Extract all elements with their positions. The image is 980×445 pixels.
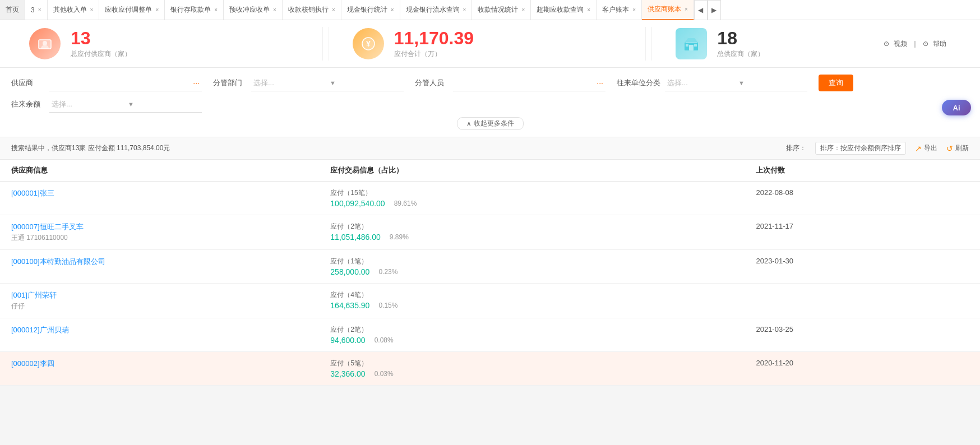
nav-tab-supplier-book-close[interactable]: × xyxy=(685,6,688,12)
store-icon xyxy=(674,27,708,61)
supplier-dots-icon[interactable]: ··· xyxy=(191,78,202,87)
nav-tab-recv-verify-close[interactable]: × xyxy=(332,7,335,13)
supplier-cell: [000001]张三 xyxy=(11,188,330,198)
svg-rect-5 xyxy=(689,45,694,50)
nav-tab-recv-stat[interactable]: 收款情况统计 × xyxy=(472,0,531,20)
transaction-amount[interactable]: 164,635.90 xyxy=(330,301,369,310)
balance-chevron-icon[interactable]: ▼ xyxy=(126,101,202,108)
dept-filter-label: 分管部门 xyxy=(213,78,247,88)
balance-filter-label: 往来余额 xyxy=(11,99,45,109)
top-navigation: 首页 3 × 其他收入单 × 应收应付调整单 × 银行存取款单 × 预收冲应收单… xyxy=(0,0,980,20)
last-payment-cell: 2021-03-25 xyxy=(756,325,969,333)
nav-tab-cash-flow-label: 现金银行流水查询 xyxy=(406,5,460,15)
nav-tab-cash-bank-stat-label: 现金银行统计 xyxy=(347,5,387,15)
transaction-label: 应付（4笔） xyxy=(330,290,756,300)
nav-tab-other-income-label: 其他收入单 xyxy=(53,5,87,15)
supplier-link[interactable]: [000001]张三 xyxy=(11,189,54,197)
unit-class-chevron-icon[interactable]: ▼ xyxy=(736,80,807,86)
dept-chevron-icon[interactable]: ▼ xyxy=(327,80,404,86)
nav-tab-recv-stat-label: 收款情况统计 xyxy=(478,5,518,15)
nav-tab-customer-book-close[interactable]: × xyxy=(632,7,636,13)
supplier-input[interactable] xyxy=(49,78,191,87)
last-payment-cell: 2022-08-08 xyxy=(756,188,969,197)
nav-tab-pre-recv-close[interactable]: × xyxy=(273,7,276,13)
balance-placeholder: 选择... xyxy=(49,99,126,109)
nav-tab-bank-deposit[interactable]: 银行存取款单 × xyxy=(165,0,224,20)
supplier-sub: 仔仔 xyxy=(11,302,330,311)
total-suppliers-label: 总供应商（家） xyxy=(717,49,764,59)
transaction-label: 应付（15笔） xyxy=(330,188,756,198)
last-payment-date: 2020-11-20 xyxy=(756,359,793,367)
nav-tab-cash-bank-stat-close[interactable]: × xyxy=(391,7,394,13)
person-dots-icon[interactable]: ··· xyxy=(594,78,605,87)
nav-tab-customer-book-label: 客户账本 xyxy=(602,5,629,15)
transaction-pct: 0.15% xyxy=(378,302,397,309)
table-row: [000100]本特勤油品有限公司 应付（1笔） 258,000.00 0.23… xyxy=(0,250,980,284)
payable-amount-value: 11,170.39 xyxy=(394,29,474,47)
transaction-pct: 89.61% xyxy=(394,200,417,207)
nav-tab-ar-ap-label: 应收应付调整单 xyxy=(105,5,152,15)
person-input-wrapper[interactable]: ··· xyxy=(453,75,605,91)
refresh-icon: ↺ xyxy=(946,144,953,153)
last-payment-date: 2023-01-30 xyxy=(756,257,793,265)
nav-tab-home[interactable]: 首页 xyxy=(0,0,25,20)
nav-tab-3-close[interactable]: × xyxy=(38,7,41,13)
nav-tab-home-label: 首页 xyxy=(6,5,19,15)
collapse-button[interactable]: ∧ 收起更多条件 xyxy=(457,117,524,130)
transaction-amount[interactable]: 94,600.00 xyxy=(330,336,365,345)
nav-tab-recv-stat-close[interactable]: × xyxy=(521,7,525,13)
transaction-amount[interactable]: 258,000.00 xyxy=(330,267,369,276)
nav-tab-ar-ap-adjust[interactable]: 应收应付调整单 × xyxy=(99,0,165,20)
refresh-link[interactable]: ↺ 刷新 xyxy=(946,143,969,153)
nav-tab-overdue-recv[interactable]: 超期应收款查询 × xyxy=(531,0,597,20)
person-input[interactable] xyxy=(453,78,594,87)
filter-row-1: 供应商 ··· 分管部门 选择... ▼ 分管人员 ··· 往来单位分类 选择.… xyxy=(11,75,969,91)
transaction-amount[interactable]: 100,092,540.00 xyxy=(330,199,385,208)
transaction-label: 应付（2笔） xyxy=(330,222,756,231)
svg-rect-7 xyxy=(694,44,697,47)
col-header-transaction: 应付交易信息（占比） xyxy=(330,165,756,175)
nav-tab-pre-recv[interactable]: 预收冲应收单 × xyxy=(224,0,283,20)
supplier-icon xyxy=(28,27,62,61)
supplier-link[interactable]: [001]广州荣轩 xyxy=(11,291,57,299)
export-link[interactable]: ↗ 导出 xyxy=(915,143,937,153)
result-summary: 搜索结果中，供应商13家 应付金额 111,703,854.00元 xyxy=(11,143,170,153)
nav-tab-3[interactable]: 3 × xyxy=(25,0,48,20)
balance-select[interactable]: 选择... ▼ xyxy=(49,96,202,113)
supplier-input-wrapper[interactable]: ··· xyxy=(49,75,202,91)
supplier-link[interactable]: [000100]本特勤油品有限公司 xyxy=(11,257,105,266)
nav-tab-other-income-close[interactable]: × xyxy=(90,7,94,13)
nav-tab-ar-ap-close[interactable]: × xyxy=(155,7,159,13)
nav-prev-arrow[interactable]: ◀ xyxy=(694,0,708,20)
nav-tab-customer-book[interactable]: 客户账本 × xyxy=(597,0,642,20)
nav-tab-recv-verify[interactable]: 收款核销执行 × xyxy=(283,0,341,20)
nav-tab-3-label: 3 xyxy=(31,6,35,14)
supplier-link[interactable]: [000002]李四 xyxy=(11,359,54,368)
supplier-link[interactable]: [000007]恒旺二手叉车 xyxy=(11,222,84,231)
video-link[interactable]: 视频 xyxy=(894,39,907,49)
transaction-amount[interactable]: 11,051,486.00 xyxy=(330,233,381,242)
payable-amount-label: 应付合计（万） xyxy=(394,49,474,59)
help-link[interactable]: 帮助 xyxy=(933,39,946,49)
result-bar: 搜索结果中，供应商13家 应付金额 111,703,854.00元 排序： 排序… xyxy=(0,137,980,160)
nav-tab-other-income[interactable]: 其他收入单 × xyxy=(48,0,100,20)
nav-tab-overdue-recv-close[interactable]: × xyxy=(587,7,590,13)
supplier-cell: [000002]李四 xyxy=(11,359,330,369)
nav-tab-cash-flow[interactable]: 现金银行流水查询 × xyxy=(400,0,473,20)
sort-select[interactable]: 排序：按应付余额倒序排序 xyxy=(815,142,906,155)
svg-text:¥: ¥ xyxy=(366,39,371,48)
nav-tab-cash-bank-stat[interactable]: 现金银行统计 × xyxy=(341,0,400,20)
transaction-amount[interactable]: 32,366.00 xyxy=(330,369,365,378)
divider-text: ｜ xyxy=(912,39,918,49)
ai-fab-button[interactable]: Ai xyxy=(942,100,971,115)
nav-tab-supplier-book[interactable]: 供应商账本 × xyxy=(642,0,694,20)
transaction-cell: 应付（5笔） 32,366.00 0.03% xyxy=(330,359,756,378)
supplier-link[interactable]: [000012]广州贝瑞 xyxy=(11,326,69,334)
dept-select[interactable]: 选择... ▼ xyxy=(251,75,404,91)
supplier-cell: [001]广州荣轩 仔仔 xyxy=(11,290,330,311)
unit-class-select[interactable]: 选择... ▼ xyxy=(665,75,807,91)
nav-next-arrow[interactable]: ▶ xyxy=(708,0,721,20)
query-button[interactable]: 查询 xyxy=(819,75,853,91)
nav-tab-cash-flow-close[interactable]: × xyxy=(463,7,466,13)
nav-tab-bank-deposit-close[interactable]: × xyxy=(214,7,218,13)
